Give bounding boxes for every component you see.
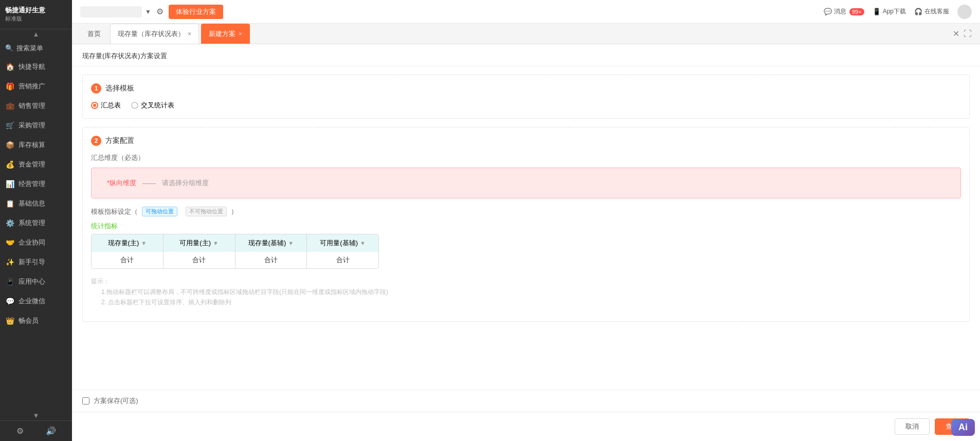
sidebar-item-label: 企业协同 <box>19 238 45 247</box>
app-icon: 📱 <box>873 8 881 15</box>
tips-item-2: 2. 点击标题栏下拉可设置排序、插入列和删除列 <box>91 298 961 307</box>
stats-section: 统计指标 现存量(主) ▼ 可用量(主) ▼ <box>91 222 961 269</box>
trial-button[interactable]: 体验行业方案 <box>169 5 223 19</box>
scroll-down-arrow[interactable]: ▼ <box>0 410 72 420</box>
quick-nav-icon: 🏠 <box>5 62 14 71</box>
section-choose-template: 1 选择模板 汇总表 交叉统计表 <box>82 75 970 119</box>
ai-badge[interactable]: Ai <box>951 419 975 436</box>
stats-title: 统计指标 <box>91 222 961 231</box>
newbie-icon: ✨ <box>5 258 14 267</box>
dimension-required-mark: *纵向维度 <box>107 178 136 188</box>
stats-col-label-2: 可用量(主) <box>179 238 211 248</box>
tips-item-1: 1.拖动标题栏可以调整布局，不可跨维度或指标区域拖动栏目字段(只能在同一维度或指… <box>91 288 961 297</box>
summary-dim-label: 汇总维度（必选） <box>91 153 961 162</box>
dimension-area[interactable]: *纵向维度 —— 请选择分组维度 <box>91 168 961 198</box>
sound-icon[interactable]: 🔊 <box>46 426 56 436</box>
app-download-button[interactable]: 📱 App下载 <box>873 7 906 16</box>
form-container: 1 选择模板 汇总表 交叉统计表 2 <box>72 66 980 390</box>
radio-cross-label: 交叉统计表 <box>141 101 174 110</box>
search-menu[interactable]: 🔍 搜索菜单 <box>0 40 72 57</box>
topbar: ▼ ⚙ 体验行业方案 💬 消息 99+ 📱 App下载 🎧 在线客服 <box>72 0 980 24</box>
sidebar-item-marketing[interactable]: 🎁 营销推广 <box>0 77 72 96</box>
sidebar-item-label: 资金管理 <box>19 160 45 169</box>
tab-inventory-label: 现存量（库存状况表） <box>118 29 185 39</box>
stats-col-header-1[interactable]: 现存量(主) ▼ <box>92 234 164 252</box>
settings-icon[interactable]: ⚙ <box>16 426 24 436</box>
scroll-up-arrow[interactable]: ▲ <box>0 29 72 40</box>
topbar-search-input[interactable] <box>80 6 142 17</box>
sidebar-item-member[interactable]: 👑 畅会员 <box>0 311 72 330</box>
sidebar-bottom: ⚙ 🔊 <box>0 420 72 441</box>
section1-number: 1 <box>91 83 101 94</box>
save-label: 方案保存(可选) <box>94 396 138 406</box>
cancel-button[interactable]: 取消 <box>895 418 930 435</box>
sidebar-item-inventory[interactable]: 📦 库存核算 <box>0 135 72 155</box>
stats-table: 现存量(主) ▼ 可用量(主) ▼ 现存量(基辅) ▼ <box>91 234 379 269</box>
message-icon: 💬 <box>824 8 832 15</box>
stats-col-chevron-3: ▼ <box>288 240 294 246</box>
indicator-fixed-tag: 不可拖动位置 <box>186 207 227 216</box>
tab-home[interactable]: 首页 <box>80 24 108 44</box>
message-button[interactable]: 💬 消息 99+ <box>824 7 864 16</box>
tab-new-scheme[interactable]: 新建方案 × <box>201 24 250 44</box>
sidebar-item-label: 新手引导 <box>19 258 45 267</box>
indicator-movable-tag: 可拖动位置 <box>142 207 177 216</box>
stats-col-header-3[interactable]: 现存量(基辅) ▼ <box>235 234 307 252</box>
sidebar-item-finance[interactable]: 💰 资金管理 <box>0 155 72 174</box>
tab-new-scheme-close-icon[interactable]: × <box>239 30 242 38</box>
wechat-icon: 💬 <box>5 297 14 306</box>
sidebar-item-sales[interactable]: 💼 销售管理 <box>0 96 72 116</box>
page-header: 现存量(库存状况表)方案设置 <box>72 44 980 66</box>
search-icon: 🔍 <box>5 44 13 52</box>
topbar-search-area: ▼ <box>80 6 151 17</box>
sidebar-item-label: 基础信息 <box>19 199 45 208</box>
save-checkbox[interactable] <box>82 397 89 405</box>
tab-inventory-status[interactable]: 现存量（库存状况表） × <box>110 24 199 44</box>
tips-title: 提示： <box>91 277 961 286</box>
sidebar-item-quick-nav[interactable]: 🏠 快捷导航 <box>0 57 72 77</box>
user-avatar[interactable] <box>957 5 972 19</box>
sidebar-item-newbie[interactable]: ✨ 新手引导 <box>0 252 72 272</box>
section1-header: 1 选择模板 <box>91 83 961 94</box>
sidebar-item-label: 畅会员 <box>19 316 39 325</box>
panel-close-icon[interactable]: ✕ <box>953 29 959 39</box>
template-radio-group: 汇总表 交叉统计表 <box>91 101 961 110</box>
section2-header: 2 方案配置 <box>91 136 961 146</box>
stats-col-header-4[interactable]: 可用量(基辅) ▼ <box>307 234 378 252</box>
section-scheme-config: 2 方案配置 汇总维度（必选） *纵向维度 —— 请选择分组维度 模板指标设定（… <box>82 127 970 322</box>
topbar-dropdown-icon[interactable]: ▼ <box>145 8 151 15</box>
stats-col-label-4: 可用量(基辅) <box>320 238 358 248</box>
indicator-settings-prefix: 模板指标设定（ <box>91 207 138 216</box>
search-menu-label: 搜索菜单 <box>16 44 43 53</box>
sidebar-item-label: 快捷导航 <box>19 62 45 71</box>
stats-col-header-2[interactable]: 可用量(主) ▼ <box>164 234 235 252</box>
topbar-gear-icon[interactable]: ⚙ <box>156 7 164 16</box>
stats-cell-1-3: 合计 <box>235 252 307 268</box>
stats-col-chevron-2: ▼ <box>213 240 219 246</box>
sidebar-item-wechat[interactable]: 💬 企业微信 <box>0 291 72 311</box>
sidebar-item-appstore[interactable]: 📱 应用中心 <box>0 272 72 291</box>
panel-expand-icon[interactable]: ⛶ <box>964 29 972 39</box>
tab-home-label: 首页 <box>87 29 101 39</box>
cs-label: 在线客服 <box>924 7 949 16</box>
stats-col-chevron-1: ▼ <box>141 240 147 246</box>
coop-icon: 🤝 <box>5 238 14 247</box>
sidebar-item-basic[interactable]: 📋 基础信息 <box>0 194 72 213</box>
sidebar-item-system[interactable]: ⚙️ 系统管理 <box>0 213 72 233</box>
radio-summary[interactable]: 汇总表 <box>91 101 121 110</box>
stats-cell-1-2: 合计 <box>164 252 235 268</box>
operation-icon: 📊 <box>5 179 14 189</box>
basic-icon: 📋 <box>5 199 14 208</box>
sidebar-item-coop[interactable]: 🤝 企业协同 <box>0 233 72 252</box>
sidebar-item-label: 库存核算 <box>19 140 45 150</box>
sidebar-item-label: 应用中心 <box>19 277 45 286</box>
member-icon: 👑 <box>5 316 14 325</box>
save-option: 方案保存(可选) <box>72 390 980 412</box>
avatar-image <box>957 5 972 19</box>
radio-cross[interactable]: 交叉统计表 <box>131 101 174 110</box>
sidebar-item-label: 系统管理 <box>19 218 45 228</box>
sidebar-item-purchase[interactable]: 🛒 采购管理 <box>0 116 72 135</box>
sidebar-item-operation[interactable]: 📊 经营管理 <box>0 174 72 194</box>
customer-service-button[interactable]: 🎧 在线客服 <box>914 7 949 16</box>
tab-inventory-close-icon[interactable]: × <box>188 30 191 38</box>
